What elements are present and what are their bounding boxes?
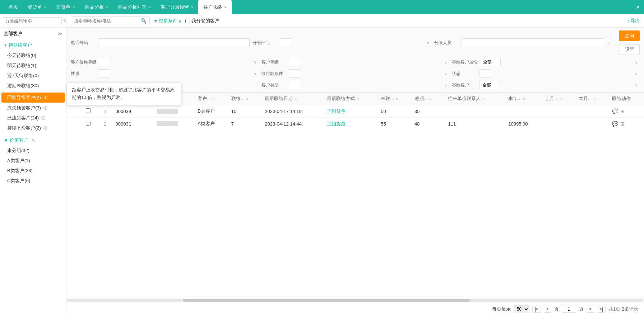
nav-tab-customer-contact[interactable]: 客户联络 × [198, 0, 231, 14]
row-checkbox[interactable] [86, 108, 91, 113]
customer-level-select[interactable] [289, 58, 301, 66]
my-customer-checkbox[interactable] [185, 19, 190, 23]
phone-input[interactable] [98, 38, 250, 47]
value-group-title[interactable]: ▼ 价值客户 ✎ [0, 135, 66, 146]
row-action: 💬 ⊞ [608, 118, 644, 130]
sidebar-item-today[interactable]: 今天待联络(0) [0, 51, 66, 61]
search-icon[interactable]: 🔍 [140, 18, 147, 24]
close-product-list-icon[interactable]: × [148, 5, 150, 9]
lost-warning-info-icon[interactable]: ⓘ [43, 106, 47, 110]
contact-icon-2[interactable]: ⊞ [620, 121, 625, 127]
nav-tab-product-analysis[interactable]: 商品分析 × [80, 0, 113, 14]
sidebar-item-tomorrow[interactable]: 明天待联络(1) [0, 61, 66, 71]
sidebar-item-a-class[interactable]: A类客户(1) [0, 156, 66, 166]
sidebar-item-overdue[interactable]: 逾期未联络(30) [0, 81, 66, 91]
sidebar-item-abnormal[interactable]: 回购异常客户(2) ⓘ [1, 93, 65, 103]
retail-attr-field: 零散客户属性 全部 [452, 58, 640, 66]
this-month-col-header[interactable]: 本月... [575, 93, 609, 105]
filter-row-1: 电话号码 分管部门 分管人员 ··· 查询 [71, 30, 640, 55]
my-customer-checkbox-area: 我分管的客户 [185, 18, 219, 24]
nav-tab-customer-layer[interactable]: 客户分层经营 × [156, 0, 198, 14]
per-page-label: 每页显示 [492, 306, 511, 312]
payment-select[interactable] [289, 69, 301, 78]
sidebar-item-lost[interactable]: 已流失客户(24) ⓘ [0, 113, 66, 123]
row-last-month [541, 105, 575, 118]
declining-info-icon[interactable]: ⓘ [43, 126, 47, 130]
last-contact-date-col-header[interactable]: 最后联络日期 [261, 93, 323, 105]
table-row: 1 000039 B类客户 15 [66, 105, 644, 118]
all-customers-title[interactable]: 全部客户 ≫ [0, 28, 66, 40]
prev-page-button[interactable]: < [544, 306, 551, 313]
lost-info-icon[interactable]: ⓘ [41, 116, 45, 120]
nav-tab-product-list[interactable]: 商品分析列表 × [113, 0, 156, 14]
last-month-col-header[interactable]: 上月... [541, 93, 575, 105]
contact-method-link[interactable]: 下销货单 [327, 108, 346, 114]
collapse-icon[interactable]: ≫ [58, 31, 62, 36]
last-contact-method-col-header[interactable]: 最后联络方式 [323, 93, 377, 105]
nav-tab-home[interactable]: 首页 [4, 0, 23, 14]
contact-method-link-2[interactable]: 下销货单 [327, 121, 346, 126]
page-input[interactable] [562, 306, 576, 313]
close-purchase-icon[interactable]: × [73, 5, 75, 9]
sidebar-item-c-class[interactable]: C类客户(6) [0, 176, 66, 186]
blurred-name-1 [157, 109, 178, 114]
settings-button[interactable]: 设置 [620, 44, 640, 55]
customer-type-select-wrap [289, 81, 449, 89]
sidebar-item-declining[interactable]: 持续下滑客户(2) ⓘ [0, 123, 66, 133]
nav-tab-sales[interactable]: 销货单 × [23, 0, 51, 14]
sidebar-item-lost-warning[interactable]: 流失预警客户(3) ⓘ [0, 103, 66, 113]
sidebar-search-input[interactable] [3, 17, 62, 25]
sidebar-item-ungroup[interactable]: 未分组(32) [0, 146, 66, 156]
first-page-button[interactable]: |< [532, 306, 541, 313]
last-page-button[interactable]: >| [597, 306, 606, 313]
row-name [153, 118, 194, 130]
close-customer-layer-icon[interactable]: × [191, 5, 193, 9]
main-layout: 🔍 全部客户 ≫ ▼ 待联络客户 今天待联络(0) 明天待联络(1) 近7天待联… [0, 14, 644, 316]
row-settings [66, 105, 82, 118]
scrollbar-thumb[interactable] [183, 299, 470, 302]
no-contact-col-header[interactable]: 未联... [377, 93, 411, 105]
dept-select[interactable] [280, 38, 292, 47]
overdue-col-header[interactable]: 逾期... [411, 93, 445, 105]
abnormal-info-icon[interactable]: ⓘ [43, 95, 47, 100]
company-contact-col-header[interactable]: 往来单位联系人 [444, 93, 505, 105]
value-edit-icon[interactable]: ✎ [31, 138, 35, 143]
window-close-button[interactable]: × [636, 4, 640, 10]
more-conditions-button[interactable]: ▼ 更多条件 ∧ [153, 18, 182, 24]
close-customer-contact-icon[interactable]: × [224, 5, 226, 9]
sidebar-item-7days[interactable]: 近7天待联络(0) [0, 71, 66, 81]
gender-select[interactable] [98, 69, 110, 78]
close-sales-icon[interactable]: × [44, 5, 46, 9]
row-checkbox-cell [82, 105, 98, 118]
customer-type-select[interactable] [289, 81, 301, 89]
chat-icon[interactable]: 💬 [612, 108, 618, 114]
pending-group-title[interactable]: ▼ 待联络客户 [0, 40, 66, 51]
retail-customer-select[interactable]: 全部 [479, 81, 500, 89]
next-page-button[interactable]: > [587, 306, 594, 313]
level-col-header[interactable]: 客户... [194, 93, 228, 105]
retail-attr-select[interactable]: 全部 [480, 58, 501, 66]
nav-tab-purchase[interactable]: 进货单 × [51, 0, 80, 14]
status-select[interactable] [479, 69, 491, 78]
query-button[interactable]: 查询 [619, 30, 640, 41]
chat-icon-2[interactable]: 💬 [612, 121, 618, 127]
close-product-analysis-icon[interactable]: × [106, 5, 108, 9]
contact-col-header[interactable]: 联络... [228, 93, 261, 105]
row-contact: 15 [228, 105, 261, 118]
row-last-contact-date: 2023-04-12 14:44: [261, 118, 323, 130]
table-area: ⚙ 客户编码 客户名称 客户... [66, 93, 644, 298]
per-page-select[interactable]: 50 [514, 305, 529, 313]
contact-icon[interactable]: ⊞ [620, 108, 625, 114]
filter-actions: 查询 设置 [619, 30, 640, 55]
payment-field: 收付款条件 [261, 69, 449, 78]
manager-ellipsis[interactable]: ··· [606, 40, 613, 46]
price-level-select[interactable] [99, 58, 111, 66]
manager-input[interactable] [462, 38, 604, 47]
sidebar-item-b-class[interactable]: B类客户(33) [0, 166, 66, 176]
this-year-col-header[interactable]: 本年... [505, 93, 541, 105]
row-checkbox[interactable] [86, 121, 91, 126]
export-button[interactable]: ↑ 导出 [627, 18, 640, 24]
sidebar-search-button[interactable]: 🔍 [63, 18, 66, 24]
search-input[interactable] [74, 18, 140, 23]
horizontal-scrollbar[interactable] [66, 298, 644, 302]
